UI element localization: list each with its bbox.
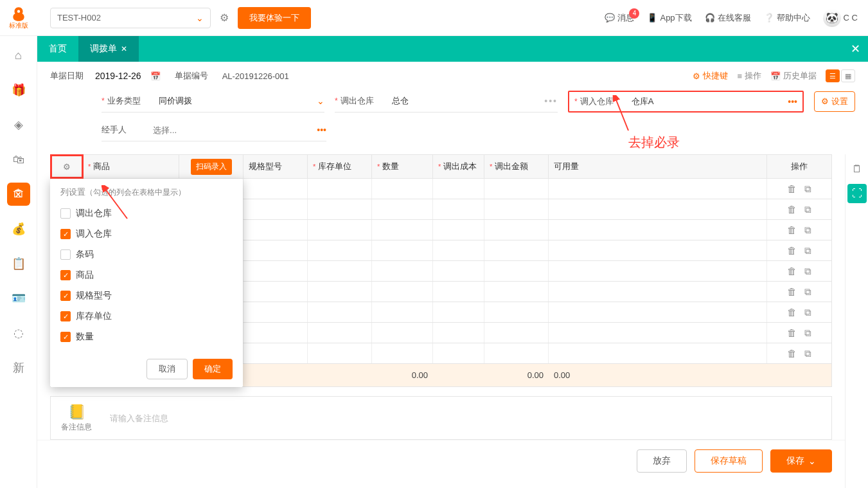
column-checkbox-item[interactable]: ✓数量	[60, 327, 233, 347]
logo-icon	[10, 6, 27, 23]
delete-icon[interactable]: 🗑	[787, 266, 797, 276]
col-unit: *库存单位	[308, 155, 372, 178]
copy-icon[interactable]: ⧉	[804, 266, 811, 277]
column-checkbox-item[interactable]: ✓商品	[60, 265, 233, 285]
column-checkbox-item[interactable]: 条码	[60, 244, 233, 265]
chevron-down-icon: ⌄	[196, 13, 204, 23]
popup-list[interactable]: 调出仓库✓调入仓库条码✓商品✓规格型号✓库存单位✓数量单位2	[50, 203, 243, 351]
app-download-link[interactable]: 📱 App下载	[647, 12, 691, 24]
col-product: *商品	[83, 155, 179, 178]
chat-icon: 💬	[605, 13, 615, 23]
popup-cancel-button[interactable]: 取消	[146, 359, 188, 379]
footer: 放弃 保存草稿 保存 ⌄	[37, 440, 845, 482]
sidebar-bag-icon[interactable]: 🛍	[7, 148, 30, 171]
user-menu[interactable]: 🐼 C C	[823, 9, 858, 27]
settings-icon[interactable]: ⚙	[220, 12, 229, 24]
copy-icon[interactable]: ⧉	[804, 348, 811, 359]
more-icon[interactable]: •••	[788, 96, 797, 107]
doc-header: 单据日期 2019-12-26 📅 单据编号 AL-20191226-001 ⚙…	[37, 62, 868, 90]
popup-title: 列设置（勾选的列会在表格中显示）	[50, 186, 243, 203]
date-value[interactable]: 2019-12-26	[95, 71, 141, 81]
tab-transfer[interactable]: 调拨单 ✕	[78, 36, 139, 62]
tabs: 首页 调拨单 ✕ ✕	[37, 36, 868, 62]
sidebar-home-icon[interactable]: ⌂	[7, 44, 30, 67]
sidebar-apps-icon[interactable]: ◌	[7, 321, 30, 345]
biz-type-field[interactable]: * 业务类型 同价调拨 ⌄	[102, 90, 324, 113]
column-settings-popup: 列设置（勾选的列会在表格中显示） 调出仓库✓调入仓库条码✓商品✓规格型号✓库存单…	[50, 179, 243, 387]
sidebar-money-icon[interactable]: 💰	[7, 217, 30, 240]
save-draft-button[interactable]: 保存草稿	[695, 449, 763, 473]
save-button[interactable]: 保存 ⌄	[770, 449, 832, 473]
date-label: 单据日期	[50, 70, 84, 82]
out-warehouse-field[interactable]: * 调出仓库 总仓 •••	[335, 90, 558, 113]
topbar: 标准版 TEST-H002 ⌄ ⚙ 我要体验一下 💬 消息 4 📱 App下载 …	[0, 0, 868, 36]
sidebar-new-icon[interactable]: 新	[7, 356, 30, 379]
copy-icon[interactable]: ⧉	[804, 327, 811, 339]
sidebar-card-icon[interactable]: 🪪	[7, 287, 30, 310]
delete-icon[interactable]: 🗑	[787, 327, 797, 338]
delete-icon[interactable]: 🗑	[787, 307, 797, 318]
copy-icon[interactable]: ⧉	[804, 204, 811, 215]
handler-field[interactable]: 经手人 •••	[102, 119, 326, 141]
menu-icon: ≡	[737, 71, 742, 81]
trial-button[interactable]: 我要体验一下	[238, 7, 311, 29]
logo[interactable]: 标准版	[0, 6, 37, 30]
view-grid-button[interactable]: ▦	[841, 69, 855, 82]
chevron-down-icon[interactable]: ⌄	[317, 96, 324, 106]
required-icon: *	[102, 96, 105, 105]
column-checkbox-item[interactable]: ✓库存单位	[60, 306, 233, 327]
sidebar-warehouse-icon[interactable]: 🏚	[7, 183, 30, 206]
discard-button[interactable]: 放弃	[637, 449, 687, 473]
actions-link[interactable]: ≡操作	[737, 70, 761, 82]
tabs-close-all[interactable]: ✕	[842, 36, 868, 62]
delete-icon[interactable]: 🗑	[787, 183, 797, 194]
remarks-input[interactable]	[102, 397, 831, 439]
col-qty: *数量	[372, 155, 433, 178]
calendar-icon: 📅	[770, 71, 781, 81]
form-row-2: 经手人 •••	[37, 119, 868, 154]
field-settings-button[interactable]: ⚙ 设置	[814, 91, 855, 112]
avatar: 🐼	[823, 9, 841, 27]
help-link[interactable]: ❔ 帮助中心	[764, 12, 810, 24]
in-warehouse-field[interactable]: * 调入仓库 仓库A •••	[568, 91, 804, 113]
popup-ok-button[interactable]: 确定	[193, 359, 233, 379]
col-scan[interactable]: 扫码录入	[179, 155, 244, 178]
copy-icon[interactable]: ⧉	[804, 183, 811, 195]
sidebar-clipboard-icon[interactable]: 📋	[7, 252, 30, 275]
tab-home[interactable]: 首页	[37, 36, 78, 62]
copy-icon[interactable]: ⧉	[804, 224, 811, 236]
messages-badge: 4	[629, 8, 639, 19]
sidebar-gift-icon[interactable]: 🎁	[7, 78, 30, 102]
notes-toggle-button[interactable]: 🗒	[847, 159, 867, 179]
delete-icon[interactable]: 🗑	[787, 224, 797, 235]
expand-button[interactable]: ⛶	[847, 184, 867, 203]
column-checkbox-item[interactable]: 调出仓库	[60, 203, 233, 224]
copy-icon[interactable]: ⧉	[804, 286, 811, 298]
checkbox-icon: ✓	[60, 270, 71, 280]
messages-link[interactable]: 💬 消息 4	[605, 12, 634, 24]
org-select[interactable]: TEST-H002 ⌄	[50, 8, 211, 28]
copy-icon[interactable]: ⧉	[804, 307, 811, 318]
delete-icon[interactable]: 🗑	[787, 204, 797, 215]
checkbox-icon	[60, 208, 71, 219]
more-icon[interactable]: •••	[317, 125, 326, 135]
history-link[interactable]: 📅历史单据	[770, 70, 817, 82]
shortcut-link[interactable]: ⚙快捷键	[693, 70, 728, 82]
sidebar-diamond-icon[interactable]: ◈	[7, 113, 30, 136]
support-link[interactable]: 🎧 在线客服	[705, 12, 751, 24]
view-list-button[interactable]: ☰	[826, 69, 840, 82]
delete-icon[interactable]: 🗑	[787, 245, 797, 256]
column-checkbox-item[interactable]: ✓规格型号	[60, 285, 233, 306]
required-icon: *	[335, 96, 338, 105]
calendar-icon[interactable]: 📅	[150, 71, 161, 81]
close-icon[interactable]: ✕	[121, 44, 127, 53]
more-icon[interactable]: •••	[544, 96, 558, 106]
handler-input[interactable]	[153, 125, 317, 135]
delete-icon[interactable]: 🗑	[787, 286, 797, 297]
column-checkbox-item[interactable]: ✓调入仓库	[60, 224, 233, 244]
delete-icon[interactable]: 🗑	[787, 348, 797, 359]
table-header: ⚙ *商品 扫码录入 规格型号 *库存单位 *数量 *调出成本 *调出金额 可用…	[50, 154, 832, 179]
copy-icon[interactable]: ⧉	[804, 245, 811, 257]
view-toggle: ☰ ▦	[826, 69, 855, 82]
column-settings-button[interactable]: ⚙	[51, 155, 83, 178]
